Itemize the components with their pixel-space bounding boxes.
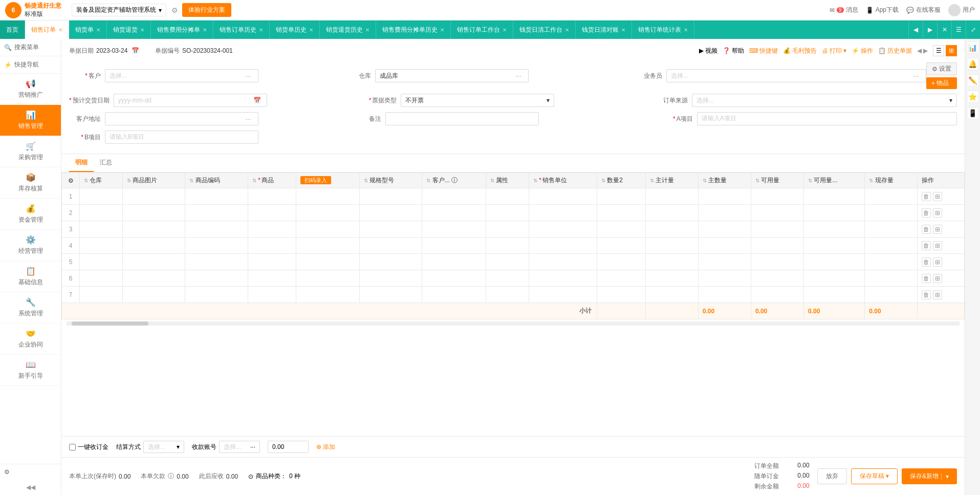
tab-return-history[interactable]: 销货退货历史 ✕	[320, 20, 376, 39]
tab-summary[interactable]: 汇总	[94, 154, 118, 172]
nav-expand-btn[interactable]: ⤢	[966, 20, 980, 39]
receipt-more-icon[interactable]: ···	[250, 443, 255, 450]
tab-order-history[interactable]: 销售订单历史 ✕	[213, 20, 270, 39]
row-customer-code[interactable]	[422, 188, 486, 205]
discard-btn[interactable]: 放弃	[817, 468, 847, 484]
customer-input[interactable]: 选择... ···	[105, 69, 258, 82]
tab-invoice-history[interactable]: 销货单历史 ✕	[270, 20, 320, 39]
nav-menu-btn[interactable]: ☰	[951, 20, 966, 39]
add-product-btn[interactable]: + 物品	[926, 77, 957, 89]
scroll-track[interactable]	[67, 321, 960, 326]
order-source-select[interactable]: 选择... ▾	[692, 94, 957, 107]
scan-btn[interactable]: 扫码录入	[300, 176, 331, 184]
amount-input[interactable]	[268, 441, 309, 453]
delete-row-btn-4[interactable]: 🗑	[922, 241, 931, 250]
customer-more-icon[interactable]: ···	[243, 72, 254, 80]
tab-sales-order[interactable]: 销售订单 ✕	[25, 20, 69, 39]
row-unit[interactable]	[529, 188, 597, 205]
receipt-account-select[interactable]: 选择... ···	[219, 441, 260, 453]
scrollbar-area[interactable]	[61, 319, 965, 328]
row-warehouse[interactable]	[80, 188, 123, 205]
sidebar-item-purchase[interactable]: 🛒 采购管理	[0, 136, 61, 167]
copy-row-btn-4[interactable]: ⊞	[933, 241, 942, 250]
sidebar-item-cooperation[interactable]: 🤝 企业协同	[0, 324, 61, 355]
industry-btn[interactable]: 体验行业方案	[182, 3, 231, 17]
tab-sales-invoice[interactable]: 销货单 ✕	[69, 20, 107, 39]
save-draft-dropdown-icon[interactable]: ▾	[886, 472, 889, 480]
invoice-type-select[interactable]: 不开票 ▾	[401, 94, 554, 107]
list-view-btn[interactable]: ☰	[933, 45, 944, 56]
quick-settle-toggle[interactable]	[69, 444, 76, 450]
close-tab-icon[interactable]: ✕	[365, 27, 369, 33]
message-btn[interactable]: ✉ 9 消息	[830, 6, 858, 14]
tab-sales-expense[interactable]: 销售费用分摊单 ✕	[151, 20, 213, 39]
sidebar-collapse-btn[interactable]: ◀◀	[0, 480, 61, 495]
setup-btn[interactable]: ⚙ 放弃 设置	[926, 62, 957, 75]
settle-method-select[interactable]: 选择... ▾	[143, 441, 184, 453]
col-settings[interactable]: ⚙	[62, 173, 80, 188]
video-help-btn[interactable]: ▶ 视频	[699, 47, 717, 55]
address-more-icon[interactable]: ···	[243, 115, 254, 123]
delivery-calendar-icon[interactable]: 📅	[252, 97, 263, 104]
b-project-input[interactable]: 请输入B项目	[105, 131, 258, 144]
delete-row-btn-5[interactable]: 🗑	[922, 257, 931, 267]
delivery-date-input[interactable]: yyyy-mm-dd 📅	[114, 94, 267, 107]
row-stock[interactable]	[865, 188, 918, 205]
tab-daily-reconcile[interactable]: 钱货日清对账 ✕	[576, 20, 632, 39]
row-qty2[interactable]	[597, 188, 645, 205]
salesperson-input[interactable]: 选择... ···	[666, 69, 926, 82]
close-tab-icon[interactable]: ✕	[684, 27, 688, 33]
row-code[interactable]	[185, 188, 248, 205]
save-draft-btn[interactable]: 保存草稿 ▾	[851, 468, 898, 484]
warehouse-input[interactable]: 成品库 ···	[375, 69, 529, 82]
delete-row-btn[interactable]: 🗑	[922, 192, 931, 201]
sidebar-item-sales[interactable]: 📊 销售管理	[0, 105, 61, 136]
customer-address-input[interactable]: ···	[105, 112, 258, 125]
row-scan[interactable]	[296, 188, 359, 205]
operation-btn[interactable]: ⚡ 操作	[852, 47, 873, 55]
profit-forecast-btn[interactable]: 💰 毛利预告	[783, 47, 817, 55]
sidebar-item-basic[interactable]: 📋 基础信息	[0, 261, 61, 292]
a-project-input[interactable]: 请输入A项目	[697, 112, 957, 125]
nav-next-btn[interactable]: ▶	[923, 20, 937, 39]
right-panel-edit-btn[interactable]: ✏️	[967, 74, 979, 87]
help-btn[interactable]: ❓ 帮助	[723, 47, 744, 55]
nav-prev-icon[interactable]: ◀	[917, 47, 922, 54]
tab-order-workbench[interactable]: 销售订单工作台 ✕	[451, 20, 513, 39]
save-new-btn[interactable]: 保存&新增 ▾	[902, 468, 957, 484]
right-panel-star-btn[interactable]: ⭐	[967, 91, 979, 103]
salesperson-more-icon[interactable]: ···	[910, 72, 922, 80]
grid-view-btn[interactable]: ⊞	[946, 45, 957, 56]
nav-close-btn[interactable]: ✕	[937, 20, 951, 39]
warehouse-more-icon[interactable]: ···	[513, 72, 525, 80]
user-avatar[interactable]: 用户	[948, 4, 975, 16]
row-image[interactable]	[122, 188, 185, 205]
app-download-btn[interactable]: 📱 App下载	[866, 6, 899, 14]
tab-sales-return[interactable]: 销货退货 ✕	[107, 20, 151, 39]
row-attribute[interactable]	[486, 188, 529, 205]
close-tab-icon[interactable]: ✕	[203, 27, 207, 33]
note-input[interactable]	[385, 112, 539, 125]
close-tab-icon[interactable]: ✕	[565, 27, 569, 33]
close-tab-icon[interactable]: ✕	[309, 27, 313, 33]
system-selector[interactable]: 装备及固定资产辅助管理系统 ▾	[72, 4, 166, 16]
sidebar-item-finance[interactable]: 💰 资金管理	[0, 199, 61, 230]
sidebar-item-operations[interactable]: ⚙️ 经营管理	[0, 230, 61, 261]
row-main-qty[interactable]	[698, 188, 751, 205]
nav-next-icon[interactable]: ▶	[923, 47, 928, 54]
history-order-btn[interactable]: 📋 历史单据	[878, 47, 912, 55]
delete-row-btn-6[interactable]: 🗑	[922, 274, 931, 283]
tab-daily-workbench[interactable]: 钱货日清工作台 ✕	[513, 20, 576, 39]
quick-settle-checkbox[interactable]: 一键收订金	[69, 443, 108, 451]
tab-detail[interactable]: 明细	[69, 154, 94, 172]
copy-row-btn[interactable]: ⊞	[933, 192, 942, 201]
close-tab-icon[interactable]: ✕	[58, 27, 62, 33]
delete-row-btn-3[interactable]: 🗑	[922, 225, 931, 234]
online-service-btn[interactable]: 💬 在线客服	[906, 6, 941, 14]
sidebar-search-btn[interactable]: 🔍 搜索菜单	[0, 39, 61, 56]
close-tab-icon[interactable]: ✕	[259, 27, 263, 33]
delete-row-btn-2[interactable]: 🗑	[922, 208, 931, 218]
settings-icon[interactable]: ⚙	[171, 6, 178, 14]
copy-row-btn-5[interactable]: ⊞	[933, 257, 942, 267]
print-btn[interactable]: 🖨 打印 ▾	[822, 47, 846, 55]
